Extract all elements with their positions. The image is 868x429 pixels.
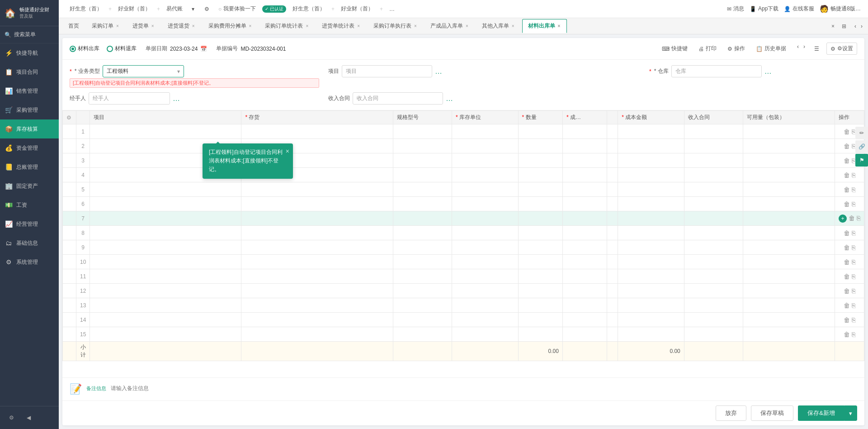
online-service-btn[interactable]: 👤 在线客服	[784, 5, 814, 13]
tab-purchase-order[interactable]: 采购订单 ×	[86, 19, 126, 33]
discard-btn[interactable]: 放弃	[716, 405, 746, 421]
copy-row-btn-8[interactable]: ⎘	[852, 229, 855, 237]
sidebar-item-search[interactable]: 🔍 搜索菜单	[0, 26, 59, 43]
top-nav-more-btn[interactable]: ▾	[189, 4, 197, 14]
copy-row-btn-10[interactable]: ⎘	[852, 258, 855, 266]
list-view-btn[interactable]: ☰	[811, 43, 823, 55]
right-panel-edit-btn[interactable]: ✏	[855, 127, 868, 139]
save-draft-btn[interactable]: 保存草稿	[751, 405, 793, 421]
tab-close-receive[interactable]: ×	[151, 24, 155, 29]
top-nav-agency[interactable]: 易代账	[163, 3, 186, 14]
table-gear-icon[interactable]: ⚙	[66, 114, 71, 121]
sidebar-item-inventory[interactable]: 📦 库存核算	[0, 119, 59, 138]
tab-close-purchase-stat[interactable]: ×	[305, 24, 309, 29]
copy-row-btn-7[interactable]: ⎘	[857, 214, 860, 223]
shortcut-btn[interactable]: ⌨ 快捷键	[658, 43, 691, 55]
cell-project-7[interactable]	[90, 211, 241, 226]
tab-close-material-issue[interactable]: ×	[557, 24, 561, 29]
delete-row-btn-13[interactable]: 🗑	[844, 302, 850, 309]
delete-row-btn-6[interactable]: 🗑	[844, 200, 850, 208]
tab-home[interactable]: 首页	[62, 19, 85, 33]
message-btn[interactable]: ✉ 消息	[727, 5, 744, 13]
copy-row-btn-13[interactable]: ⎘	[852, 302, 855, 309]
copy-row-btn-11[interactable]: ⎘	[852, 273, 855, 280]
right-panel-flag-btn[interactable]: ⚑	[855, 154, 868, 167]
sidebar-item-purchase[interactable]: 🛒 采购管理	[0, 100, 59, 119]
tab-prev-btn[interactable]: ‹	[853, 22, 858, 30]
delete-row-btn-5[interactable]: 🗑	[844, 186, 850, 193]
print-btn[interactable]: 🖨 打印	[695, 43, 720, 55]
sidebar-item-quicknav[interactable]: ⚡ 快捷导航	[0, 43, 59, 62]
column-settings-btn[interactable]: ⚙ ⚙设置	[826, 43, 857, 55]
right-panel-link-btn[interactable]: 🔗	[855, 140, 868, 153]
operate-btn[interactable]: ⚙ 操作	[724, 43, 749, 55]
copy-row-btn-1[interactable]: ⎘	[852, 128, 855, 135]
cell-inventory-7[interactable]	[241, 211, 393, 226]
delete-row-btn-1[interactable]: 🗑	[844, 128, 850, 135]
project-dots-btn[interactable]: …	[435, 67, 442, 76]
delete-row-btn-10[interactable]: 🗑	[844, 258, 850, 266]
delete-row-btn-11[interactable]: 🗑	[844, 273, 850, 280]
radio-material-return[interactable]: 材料退库	[107, 45, 137, 52]
income-contract-dots-btn[interactable]: …	[446, 95, 453, 103]
sidebar-item-assets[interactable]: 🏢 固定资产	[0, 176, 59, 195]
doc-number-value[interactable]: MD-20230324-001	[241, 46, 286, 52]
user-avatar-btn[interactable]: 🧑 畅捷通8版…	[820, 5, 861, 13]
tab-receive[interactable]: 进货单 ×	[127, 19, 161, 33]
sidebar-item-sales[interactable]: 📊 销售管理	[0, 81, 59, 100]
copy-row-btn-9[interactable]: ⎘	[852, 244, 855, 251]
sidebar-item-basic[interactable]: 🗂 基础信息	[0, 234, 59, 253]
top-nav-more2[interactable]: …	[386, 4, 398, 14]
business-type-input[interactable]: 工程领料 ▾	[103, 65, 184, 77]
income-contract-input[interactable]: 收入合同	[353, 92, 443, 105]
doc-prev-btn[interactable]: ‹	[795, 43, 801, 55]
sidebar-item-project[interactable]: 📋 项目合同	[0, 62, 59, 81]
app-download-btn[interactable]: 📱 App下载	[750, 5, 778, 13]
note-input[interactable]	[111, 383, 857, 393]
delete-row-btn-2[interactable]: 🗑	[844, 143, 850, 150]
delete-row-btn-12[interactable]: 🗑	[844, 287, 850, 295]
tab-receive-return[interactable]: 进货退货 ×	[162, 19, 202, 33]
copy-row-btn-14[interactable]: ⎘	[852, 316, 855, 324]
tab-material-issue[interactable]: 材料出库单 ×	[522, 19, 567, 33]
tab-close-finished-goods[interactable]: ×	[465, 24, 469, 29]
tooltip-close-btn[interactable]: ×	[286, 146, 289, 156]
warehouse-dots-btn[interactable]: …	[764, 67, 772, 76]
calendar-icon[interactable]: 📅	[200, 46, 207, 52]
radio-material-issue[interactable]: 材料出库	[70, 45, 99, 52]
sidebar-settings-btn[interactable]: ⚙	[5, 411, 18, 424]
sidebar-item-payroll[interactable]: 💵 工资	[0, 195, 59, 214]
top-nav-finance1[interactable]: 好业财（首）	[114, 3, 154, 14]
tab-purchase-stat[interactable]: 采购订单统计表 ×	[259, 19, 315, 33]
save-new-arrow-btn[interactable]: ▾	[844, 405, 857, 421]
agent-input[interactable]: 经手人	[89, 92, 170, 105]
tab-other-receipt[interactable]: 其他入库单 ×	[476, 19, 521, 33]
delete-row-btn-7[interactable]: 🗑	[849, 214, 855, 223]
delete-row-btn-14[interactable]: 🗑	[844, 316, 850, 324]
delete-row-btn-4[interactable]: 🗑	[844, 172, 850, 179]
tab-close-purchase-fee[interactable]: ×	[248, 24, 253, 29]
sidebar-item-operations[interactable]: 📈 经营管理	[0, 214, 59, 234]
copy-row-btn-4[interactable]: ⎘	[852, 172, 855, 179]
history-btn[interactable]: 📋 历史单据	[752, 43, 790, 55]
sidebar-item-system[interactable]: ⚙ 系统管理	[0, 253, 59, 272]
tab-purchase-fee[interactable]: 采购费用分摊单 ×	[203, 19, 259, 33]
top-nav-trial[interactable]: ○ 我要体验一下	[215, 3, 259, 14]
tab-finished-goods[interactable]: 产成品入库单 ×	[425, 19, 475, 33]
delete-row-btn-3[interactable]: 🗑	[844, 157, 850, 164]
warehouse-input[interactable]: 仓库	[671, 65, 762, 77]
tab-close-receive-stat[interactable]: ×	[356, 24, 361, 29]
copy-row-btn-5[interactable]: ⎘	[852, 186, 855, 193]
delete-row-btn-15[interactable]: 🗑	[844, 331, 850, 338]
tab-close-purchase-order[interactable]: ×	[115, 24, 120, 29]
top-nav-finance2[interactable]: 好业财（首）	[337, 3, 377, 14]
close-all-tabs-btn[interactable]: ×	[829, 22, 837, 31]
doc-next-btn[interactable]: ›	[802, 43, 807, 55]
tab-grid-view-btn[interactable]: ⊞	[839, 22, 849, 31]
project-input[interactable]: 项目	[342, 65, 432, 77]
top-nav-home2[interactable]: 好生意（首）	[289, 3, 329, 14]
tab-receive-stat[interactable]: 进货单统计表 ×	[316, 19, 367, 33]
tab-close-other-receipt[interactable]: ×	[511, 24, 515, 29]
tab-purchase-exec[interactable]: 采购订单执行表 ×	[368, 19, 424, 33]
tab-next-btn[interactable]: ›	[859, 22, 864, 30]
